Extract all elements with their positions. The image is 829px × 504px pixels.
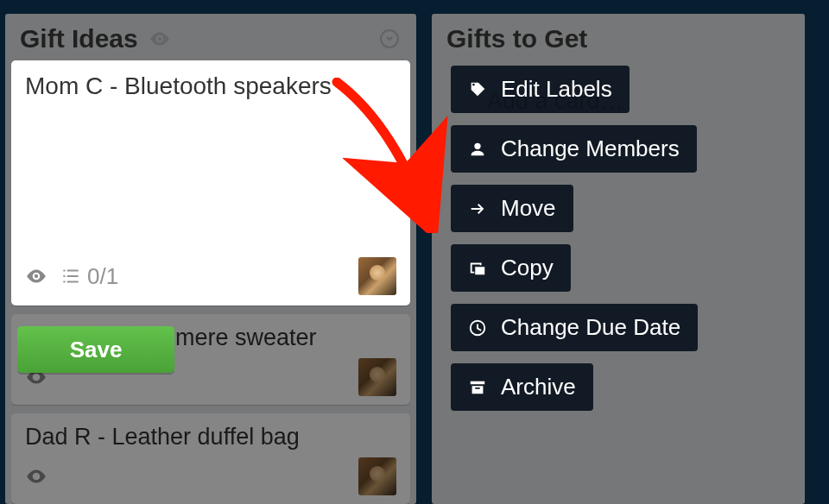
card-footer: 0/1 [25, 257, 396, 295]
person-icon [468, 140, 487, 159]
card-title-input[interactable]: Mom C - Bluetooth speakers [25, 72, 396, 100]
card-editing[interactable]: Mom C - Bluetooth speakers 0/1 [11, 60, 410, 306]
watch-icon [25, 465, 47, 488]
menu-archive[interactable]: Archive [451, 363, 593, 411]
member-avatar[interactable] [358, 457, 396, 495]
menu-change-members[interactable]: Change Members [451, 125, 697, 173]
list-header: Gift Ideas [11, 21, 410, 60]
copy-icon [468, 259, 487, 278]
list-title[interactable]: Gift Ideas [20, 24, 138, 54]
checklist-count: 0/1 [87, 263, 118, 290]
menu-change-due-date[interactable]: Change Due Date [451, 304, 698, 351]
card-quick-menu: Edit Labels Change Members Move Copy Cha… [451, 66, 698, 411]
watch-icon [149, 28, 171, 50]
list-menu-icon[interactable] [377, 27, 402, 51]
card-title: Dad R - Leather duffel bag [25, 424, 396, 450]
watch-icon [25, 265, 47, 287]
menu-label: Copy [501, 255, 554, 281]
list-header: Gifts to Get [438, 21, 799, 60]
menu-label: Move [501, 195, 556, 222]
save-button[interactable]: Save [17, 326, 174, 373]
tag-icon [468, 80, 487, 99]
menu-label: Change Due Date [501, 314, 680, 341]
clock-icon [468, 318, 487, 337]
menu-edit-labels[interactable]: Edit Labels [451, 66, 630, 113]
arrow-right-icon [468, 199, 487, 218]
menu-label: Edit Labels [501, 76, 612, 103]
menu-move[interactable]: Move [451, 185, 573, 232]
card[interactable]: Dad R - Leather duffel bag [11, 413, 410, 504]
menu-label: Archive [501, 374, 576, 400]
member-avatar[interactable] [358, 358, 396, 396]
archive-icon [468, 378, 487, 397]
list-title[interactable]: Gifts to Get [446, 24, 587, 54]
menu-copy[interactable]: Copy [451, 244, 571, 292]
menu-label: Change Members [501, 135, 680, 162]
member-avatar[interactable] [358, 257, 396, 295]
checklist-icon [60, 265, 82, 287]
list-gift-ideas: Gift Ideas Mom C - Bluetooth speakers 0/… [5, 14, 416, 504]
